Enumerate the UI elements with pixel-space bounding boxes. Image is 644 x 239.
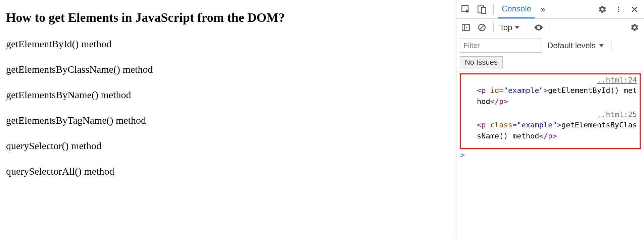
divider (550, 22, 550, 33)
tab-console[interactable]: Console (498, 0, 535, 18)
console-filter-row: Default levels (456, 36, 644, 55)
context-selector[interactable]: top (498, 23, 522, 32)
device-toolbar-icon[interactable] (475, 3, 489, 16)
divider (527, 22, 527, 33)
log-source-link[interactable]: ..html:24 (463, 76, 637, 84)
log-html: <p class="example">getElementsByClassNam… (463, 119, 637, 141)
devtools-tabbar: Console » (456, 0, 644, 19)
console-log-entry: ..html:25 <p class="example">getElements… (463, 110, 637, 141)
close-icon[interactable] (628, 3, 641, 16)
console-log-entry: ..html:24 <p id="example">getElementById… (463, 76, 637, 107)
divider (611, 40, 611, 51)
show-console-sidebar-icon[interactable] (459, 21, 473, 34)
method-item: querySelectorAll() method (6, 166, 450, 177)
method-item: getElementsByTagName() method (6, 115, 450, 126)
svg-point-5 (618, 8, 619, 10)
live-expression-icon[interactable] (532, 21, 545, 34)
chevron-down-icon (515, 26, 519, 29)
log-levels-selector[interactable]: Default levels (547, 41, 604, 50)
log-html: <p id="example">getElementById() method<… (463, 85, 637, 107)
page-content: How to get Elements in JavaScript from t… (0, 0, 456, 239)
settings-icon[interactable] (596, 3, 609, 16)
divider (493, 4, 494, 15)
context-label: top (501, 23, 512, 32)
issues-row: No Issues (456, 55, 644, 71)
svg-rect-2 (482, 7, 486, 13)
svg-point-9 (538, 26, 540, 28)
filter-input[interactable] (460, 39, 542, 53)
console-prompt[interactable]: > (460, 149, 641, 161)
console-output: ..html:24 <p id="example">getElementById… (456, 71, 644, 239)
svg-point-6 (618, 11, 619, 12)
clear-console-icon[interactable] (475, 21, 489, 34)
method-item: getElementsByClassName() method (6, 64, 450, 75)
issues-button[interactable]: No Issues (460, 56, 503, 68)
highlight-box: ..html:24 <p id="example">getElementById… (460, 73, 641, 149)
method-item: getElementsByName() method (6, 89, 450, 101)
log-levels-label: Default levels (547, 41, 596, 50)
method-item: querySelector() method (6, 140, 450, 152)
inspect-element-icon[interactable] (459, 3, 473, 16)
page-title: How to get Elements in JavaScript from t… (6, 10, 450, 25)
svg-point-4 (618, 6, 619, 8)
devtools-panel: Console » top (456, 0, 644, 239)
chevron-down-icon (599, 44, 604, 47)
prompt-caret-icon: > (460, 151, 465, 159)
divider (493, 22, 494, 33)
log-source-link[interactable]: ..html:25 (463, 110, 637, 119)
console-settings-icon[interactable] (628, 21, 641, 34)
console-toolbar: top (456, 19, 644, 36)
method-item: getElementById() method (6, 38, 450, 50)
kebab-menu-icon[interactable] (612, 3, 625, 16)
tab-more[interactable]: » (537, 0, 548, 18)
